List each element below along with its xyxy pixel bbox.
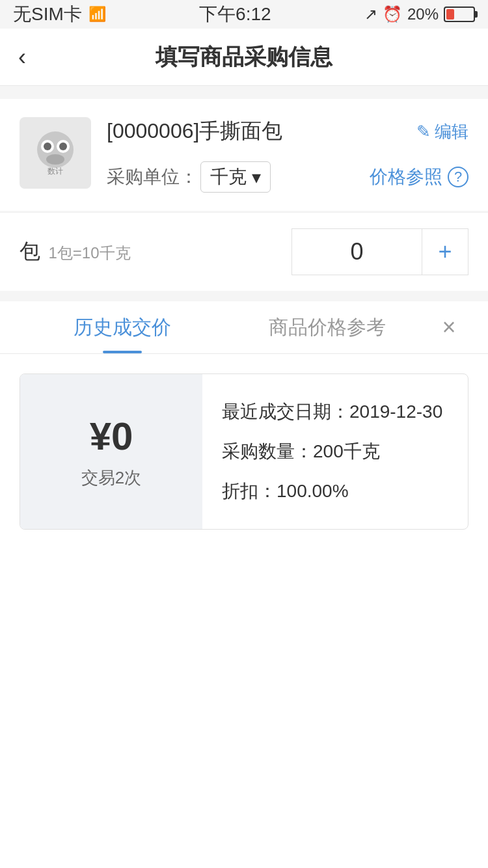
- quantity-input[interactable]: [291, 228, 422, 275]
- discount-row: 折扣：100.00%: [222, 477, 448, 506]
- tabs-panel: 历史成交价 商品价格参考 × ¥0 交易2次 最近成交日期：2019-12-30…: [0, 301, 488, 549]
- status-time: 下午6:12: [199, 2, 271, 27]
- unit-value: 千克: [210, 165, 247, 189]
- svg-text:数计: 数计: [47, 167, 63, 176]
- price-transaction-count: 交易2次: [81, 467, 141, 489]
- product-logo-icon: 数计: [29, 127, 81, 179]
- quantity-plus-button[interactable]: +: [422, 228, 468, 275]
- svg-point-4: [59, 142, 67, 150]
- battery-percent: 20%: [407, 5, 439, 23]
- product-info: [0000006]手撕面包 ✎ 编辑 采购单位： 千克 ▾ 价格参照 ?: [107, 117, 468, 193]
- recent-date-value: 2019-12-30: [349, 401, 442, 422]
- quantity-unit: 包: [20, 239, 40, 263]
- recent-date-row: 最近成交日期：2019-12-30: [222, 398, 448, 427]
- unit-select[interactable]: 千克 ▾: [200, 161, 271, 193]
- edit-icon: ✎: [416, 122, 431, 142]
- tabs-header: 历史成交价 商品价格参考 ×: [0, 301, 488, 354]
- status-bar: 无SIM卡 📶 下午6:12 ↗ ⏰ 20%: [0, 0, 488, 29]
- alarm-icon: ⏰: [383, 5, 402, 23]
- price-summary: ¥0 交易2次: [20, 374, 202, 529]
- price-details: 最近成交日期：2019-12-30 采购数量：200千克 折扣：100.00%: [202, 374, 468, 529]
- location-icon: ↗: [364, 5, 377, 23]
- purchase-qty-value: 200千克: [313, 441, 380, 461]
- back-button[interactable]: ‹: [18, 44, 26, 71]
- price-card: ¥0 交易2次 最近成交日期：2019-12-30 采购数量：200千克 折扣：…: [20, 373, 468, 530]
- price-amount: ¥0: [90, 414, 133, 459]
- product-image: 数计: [20, 117, 91, 189]
- quantity-control: +: [291, 228, 468, 275]
- wifi-icon: 📶: [88, 6, 106, 23]
- quantity-label: 包 1包=10千克: [20, 237, 131, 266]
- edit-button[interactable]: ✎ 编辑: [416, 120, 468, 143]
- product-card: 数计 [0000006]手撕面包 ✎ 编辑 采购单位： 千克 ▾ 价格参照 ?: [0, 99, 488, 211]
- tab-price-ref-label: 商品价格参考: [269, 314, 386, 341]
- price-value: 0: [111, 414, 133, 458]
- tab-price-ref[interactable]: 商品价格参考: [224, 301, 429, 353]
- tab-history-label: 历史成交价: [74, 314, 171, 341]
- edit-label: 编辑: [435, 120, 468, 143]
- battery-bar: [444, 7, 475, 22]
- unit-section: 采购单位： 千克 ▾: [107, 161, 271, 193]
- unit-label: 采购单位：: [107, 167, 198, 187]
- product-header: [0000006]手撕面包 ✎ 编辑: [107, 117, 468, 146]
- discount-value: 100.00%: [277, 481, 349, 501]
- purchase-qty-label: 采购数量：: [222, 441, 313, 461]
- tab-history-price[interactable]: 历史成交价: [20, 301, 224, 353]
- battery-fill: [446, 9, 454, 20]
- price-ref-button[interactable]: 价格参照 ?: [370, 165, 468, 189]
- tab-close-button[interactable]: ×: [429, 301, 468, 353]
- page-title: 填写商品采购信息: [156, 42, 332, 72]
- history-content: ¥0 交易2次 最近成交日期：2019-12-30 采购数量：200千克 折扣：…: [0, 354, 488, 549]
- dropdown-icon: ▾: [252, 167, 261, 188]
- status-carrier: 无SIM卡 📶: [13, 2, 106, 27]
- svg-point-3: [44, 142, 51, 150]
- svg-point-5: [46, 154, 64, 165]
- nav-bar: ‹ 填写商品采购信息: [0, 29, 488, 86]
- unit-hint: 1包=10千克: [48, 244, 130, 262]
- product-name: [0000006]手撕面包: [107, 117, 282, 146]
- product-unit-row: 采购单位： 千克 ▾ 价格参照 ?: [107, 161, 468, 193]
- quantity-row: 包 1包=10千克 +: [0, 212, 488, 291]
- discount-label: 折扣：: [222, 481, 277, 501]
- price-currency: ¥: [90, 414, 111, 458]
- price-ref-label: 价格参照: [370, 165, 442, 189]
- purchase-qty-row: 采购数量：200千克: [222, 437, 448, 467]
- bottom-area: [0, 549, 488, 868]
- carrier-text: 无SIM卡: [13, 2, 82, 27]
- price-ref-help-icon: ?: [448, 167, 468, 187]
- status-right: ↗ ⏰ 20%: [364, 5, 475, 23]
- recent-date-label: 最近成交日期：: [222, 401, 349, 422]
